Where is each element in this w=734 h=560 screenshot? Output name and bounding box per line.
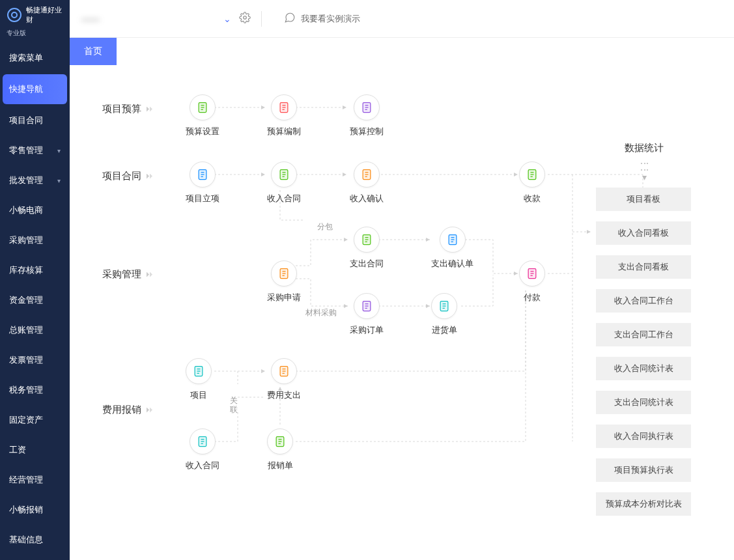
stats-arrow-icon: ⋮⋮▾ (640, 159, 650, 180)
svg-marker-10 (343, 173, 346, 176)
sidebar-item-2[interactable]: 零售管理▾ (0, 135, 70, 165)
node-po-order[interactable]: 采购订单 (350, 293, 384, 336)
stat-button-4[interactable]: 支出合同工作台 (596, 323, 691, 346)
project-init-icon (190, 161, 216, 188)
node-reimburse[interactable]: 报销单 (267, 428, 293, 471)
tab-home[interactable]: 首页 (70, 38, 117, 65)
sidebar-item-6[interactable]: 库存核算 (0, 255, 70, 285)
svg-marker-20 (514, 272, 518, 275)
sidebar-item-16[interactable]: 系统管理 (0, 555, 70, 560)
node-label: 采购订单 (350, 324, 384, 336)
reimburse-icon (267, 428, 293, 455)
svg-marker-12 (514, 173, 518, 176)
node-label: 收入合同 (267, 193, 301, 204)
sidebar-item-12[interactable]: 工资 (0, 435, 70, 465)
sidebar-item-14[interactable]: 小畅报销 (0, 495, 70, 525)
svg-marker-6 (343, 105, 346, 109)
budget-setup-icon (190, 94, 216, 120)
po-order-icon (354, 293, 380, 319)
brand-edition: 专业版 (0, 29, 70, 43)
stat-button-7[interactable]: 收入合同执行表 (596, 425, 691, 448)
section-label-3: 费用报销 (102, 404, 153, 416)
node-pay[interactable]: 付款 (519, 260, 545, 303)
pay-icon (519, 260, 545, 287)
org-selector[interactable]: —— ⌄ (81, 14, 231, 24)
svg-marker-22 (426, 304, 430, 308)
node-label: 采购申请 (267, 292, 301, 303)
stat-button-2[interactable]: 支出合同看板 (596, 255, 691, 279)
node-income-contract[interactable]: 收入合同 (267, 161, 301, 204)
node-budget-setup[interactable]: 预算设置 (186, 94, 219, 137)
conn-label-1: 材料采购 (305, 307, 337, 318)
sidebar-item-3[interactable]: 批发管理▾ (0, 165, 70, 195)
stat-button-8[interactable]: 项目预算执行表 (596, 458, 691, 482)
sidebar: 畅捷通好业财 专业版 搜索菜单 快捷导航项目合同零售管理▾批发管理▾小畅电商采购… (0, 0, 70, 560)
settings-icon[interactable] (239, 12, 251, 26)
sidebar-item-8[interactable]: 总账管理 (0, 315, 70, 345)
stats-title: 数据统计 (625, 142, 664, 154)
stat-button-5[interactable]: 收入合同统计表 (596, 357, 691, 380)
header: —— ⌄ 我要看实例演示 (70, 0, 734, 38)
sidebar-item-9[interactable]: 发票管理 (0, 345, 70, 375)
svg-marker-29 (587, 230, 591, 234)
sidebar-item-1[interactable]: 项目合同 (0, 105, 70, 135)
demo-label: 我要看实例演示 (301, 13, 360, 25)
sidebar-item-0[interactable]: 快捷导航 (3, 74, 67, 104)
sidebar-item-10[interactable]: 税务管理 (0, 375, 70, 405)
svg-marker-17 (344, 304, 348, 308)
brand-name: 畅捷通好业财 (26, 5, 63, 25)
sidebar-item-11[interactable]: 固定资产 (0, 405, 70, 435)
svg-point-1 (12, 12, 17, 18)
node-label: 费用支出 (267, 389, 301, 401)
income-contract2-icon (190, 428, 216, 455)
node-po-request[interactable]: 采购申请 (267, 260, 301, 303)
node-expense-out[interactable]: 费用支出 (267, 358, 301, 401)
node-project-init[interactable]: 项目立项 (186, 161, 219, 204)
stat-button-3[interactable]: 收入合同工作台 (596, 289, 691, 313)
node-label: 项目立项 (186, 193, 219, 204)
node-project[interactable]: 项目 (186, 358, 212, 401)
demo-link[interactable]: 我要看实例演示 (284, 12, 360, 25)
project-icon (186, 358, 212, 384)
org-name: —— (81, 14, 100, 24)
chevron-down-icon: ▾ (57, 147, 61, 154)
arrow-icon (147, 408, 153, 413)
node-goods-in[interactable]: 进货单 (431, 293, 457, 336)
node-label: 进货单 (432, 324, 457, 336)
node-receive[interactable]: 收款 (519, 161, 545, 204)
node-label: 付款 (524, 292, 541, 303)
chevron-down-icon: ▾ (57, 177, 61, 184)
stat-button-1[interactable]: 收入合同看板 (596, 221, 691, 245)
node-label: 支出确认单 (431, 258, 473, 270)
stat-button-6[interactable]: 支出合同统计表 (596, 391, 691, 414)
sidebar-item-5[interactable]: 采购管理 (0, 225, 70, 255)
node-exp-contract[interactable]: 支出合同 (350, 227, 384, 270)
node-budget-control[interactable]: 预算控制 (350, 94, 384, 137)
node-label: 预算控制 (350, 126, 384, 137)
node-label: 收款 (524, 193, 541, 204)
budget-edit-icon (271, 94, 297, 120)
node-exp-confirm[interactable]: 支出确认单 (431, 227, 473, 270)
sidebar-item-13[interactable]: 经营管理 (0, 465, 70, 495)
flow-connectors (70, 65, 734, 560)
svg-point-0 (8, 8, 21, 21)
node-income-contract2[interactable]: 收入合同 (186, 428, 219, 471)
income-contract-icon (271, 161, 297, 188)
sidebar-search[interactable]: 搜索菜单 (0, 43, 70, 73)
node-budget-edit[interactable]: 预算编制 (267, 94, 301, 137)
sidebar-item-4[interactable]: 小畅电商 (0, 195, 70, 225)
chevron-down-icon: ⌄ (223, 14, 231, 24)
conn-label-2: 关联 (230, 396, 239, 414)
arrow-icon (147, 272, 153, 277)
node-label: 支出合同 (350, 258, 384, 270)
node-income-confirm[interactable]: 收入确认 (350, 161, 384, 204)
comment-icon (284, 12, 296, 25)
stat-button-0[interactable]: 项目看板 (596, 188, 691, 211)
conn-label-0: 分包 (317, 221, 333, 232)
section-label-2: 采购管理 (102, 268, 153, 281)
sidebar-item-7[interactable]: 资金管理 (0, 285, 70, 315)
goods-in-icon (431, 293, 457, 319)
node-label: 收入确认 (350, 193, 384, 204)
sidebar-item-15[interactable]: 基础信息 (0, 525, 70, 555)
stat-button-9[interactable]: 预算成本分析对比表 (596, 492, 691, 516)
